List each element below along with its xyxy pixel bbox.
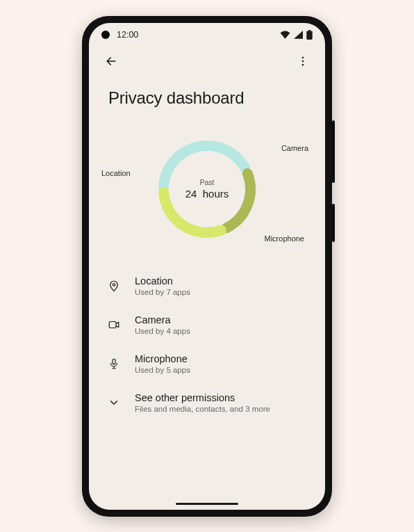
more-options-button[interactable]	[290, 49, 315, 74]
donut-center-main: 24 hours	[185, 188, 229, 200]
wifi-icon	[280, 31, 290, 39]
home-indicator[interactable]	[176, 503, 238, 505]
permission-title: See other permissions	[135, 392, 270, 403]
permission-subtitle: Used by 7 apps	[135, 288, 190, 296]
permission-title: Microphone	[135, 353, 190, 364]
donut-center-caption: Past	[199, 178, 214, 186]
donut-label-camera: Camera	[281, 144, 308, 152]
back-button[interactable]	[99, 49, 124, 74]
phone-frame: 12:00 Privacy dashboard Location Camera …	[82, 16, 332, 517]
permission-row-location[interactable]: Location Used by 7 apps	[104, 266, 310, 305]
permission-row-camera[interactable]: Camera Used by 4 apps	[104, 305, 310, 344]
permission-title: Location	[135, 275, 190, 287]
svg-point-1	[302, 60, 304, 62]
svg-point-2	[302, 63, 304, 65]
page-title: Privacy dashboard	[89, 76, 325, 113]
svg-point-0	[302, 56, 304, 58]
svg-point-3	[113, 283, 115, 285]
front-camera	[101, 31, 110, 39]
usage-donut-chart: Past 24 hours	[155, 137, 259, 241]
signal-icon	[294, 31, 303, 39]
permission-subtitle: Files and media, contacts, and 3 more	[135, 405, 270, 413]
usage-donut-section: Location Camera Microphone Past 24 hours	[89, 116, 325, 262]
permission-row-microphone[interactable]: Microphone Used by 5 apps	[104, 344, 310, 383]
see-other-permissions-row[interactable]: See other permissions Files and media, c…	[104, 383, 310, 422]
donut-label-location: Location	[101, 169, 131, 177]
screen: 12:00 Privacy dashboard Location Camera …	[89, 23, 325, 510]
svg-rect-5	[113, 359, 115, 364]
svg-rect-4	[109, 321, 116, 328]
app-bar	[89, 47, 325, 76]
back-arrow-icon	[104, 54, 118, 68]
status-bar: 12:00	[89, 23, 325, 47]
permission-subtitle: Used by 4 apps	[135, 327, 190, 335]
camera-icon	[108, 319, 120, 331]
location-pin-icon	[108, 280, 120, 292]
donut-center: Past 24 hours	[155, 137, 259, 241]
more-vertical-icon	[297, 55, 309, 67]
battery-icon	[306, 30, 313, 40]
donut-label-microphone: Microphone	[265, 234, 304, 243]
power-button	[332, 204, 335, 242]
chevron-down-icon	[108, 396, 120, 409]
permission-subtitle: Used by 5 apps	[135, 366, 190, 374]
status-icons	[280, 30, 313, 40]
volume-button	[332, 120, 335, 183]
permissions-list: Location Used by 7 apps Camera Used by 4…	[89, 262, 325, 422]
status-time: 12:00	[117, 30, 138, 40]
microphone-icon	[108, 357, 120, 370]
permission-title: Camera	[135, 314, 190, 325]
